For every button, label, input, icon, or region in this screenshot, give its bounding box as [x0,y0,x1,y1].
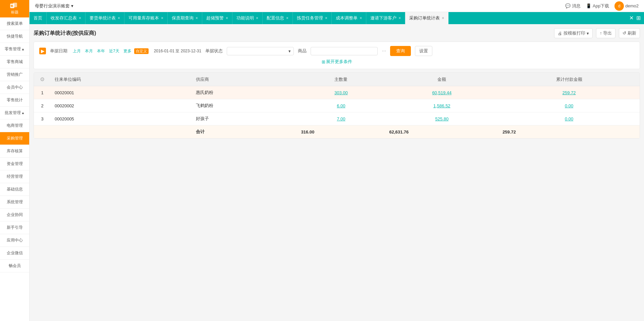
cell-quantity: 6.00 [297,99,385,112]
sidebar-item-retail-shop[interactable]: 零售商城 [0,56,29,68]
nav-tab-invite-downstream[interactable]: 邀请下游客户 × [366,12,405,24]
cell-paid-amount: 0.00 [498,99,640,112]
expand-tabs-btn[interactable]: ⊞ [636,15,641,21]
sidebar-item-vip[interactable]: 畅会员 [0,260,29,272]
message-icon: 💬 [565,3,571,8]
col-header-amount: 金额 [385,73,498,86]
filter-toggle-btn[interactable]: ▶ [39,48,46,54]
nav-tab-close-order-stats[interactable]: × [118,16,120,20]
sidebar-item-retail-stats[interactable]: 零售统计 [0,94,29,107]
sidebar-item-label-enterprise-wechat: 企业微信 [7,251,23,255]
sidebar-item-sys-mgmt[interactable]: 系统管理 [0,196,29,209]
cell-quantity: 303.00 [297,86,385,99]
sidebar-item-label-enterprise: 企业协同 [7,212,23,217]
sidebar-item-inventory[interactable]: 库存核算 [0,145,29,158]
nav-tab-overstock-warning[interactable]: 超储预警 × [202,12,232,24]
nav-tab-label-cost-adjust: 成本调整单 [336,15,358,21]
nav-tab-function-desc[interactable]: 功能说明 × [232,12,263,24]
user-avatar: d [614,1,624,11]
sidebar-item-app-center[interactable]: 应用中心 [0,234,29,247]
cell-unit-code: 00020001 [51,86,192,99]
sidebar-item-member[interactable]: 会员中心 [0,81,29,94]
refresh-btn[interactable]: ↺ 刷新 [619,28,640,38]
search-btn[interactable]: 查询 [390,46,411,56]
message-btn[interactable]: 💬 消息 [565,3,581,9]
sidebar-item-operations[interactable]: 经营管理 [0,170,29,183]
nav-tab-close-config-info[interactable]: × [286,16,288,20]
sidebar-item-basic-info[interactable]: 基础信息 [0,183,29,196]
table-row[interactable]: 2 00020002 飞鹤奶粉 6.00 1,586.52 0.00 [34,99,640,112]
sidebar-item-label-member: 会员中心 [7,85,23,90]
sidebar-item-marketing[interactable]: 营销推广 [0,68,29,81]
sidebar-item-wholesale[interactable]: 批发管理▲ [0,107,29,119]
cell-amount: 525.80 [385,112,498,125]
date-last-7-btn[interactable]: 近7天 [108,48,121,54]
date-custom-tag[interactable]: 自定义 [134,48,149,54]
sidebar-item-purchase[interactable]: 采购管理 [0,132,29,145]
nav-tab-label-batch-task: 拣货任务管理 [297,15,323,21]
sidebar-item-enterprise-wechat[interactable]: 企业微信 [0,247,29,260]
nav-tab-collect-pay[interactable]: 收发存汇总表 × [47,12,86,24]
sidebar-item-label-new-guide: 新手引导 [7,225,23,230]
nav-tab-order-stats[interactable]: 要货单统计表 × [86,12,124,24]
col-header-unit-code: 往来单位编码 [51,73,192,86]
nav-tab-close-inventory-ledger[interactable]: × [161,16,163,20]
sidebar-item-label-ecommerce: 电商管理 [7,123,23,128]
goods-filter-input[interactable] [311,47,378,55]
table-row[interactable]: 3 00020005 好孩子 7.00 525.80 0.00 [34,112,640,125]
nav-tab-close-collect-pay[interactable]: × [79,16,81,20]
nav-tab-batch-task[interactable]: 拣货任务管理 × [293,12,332,24]
username: demo2 [625,3,639,8]
nav-tab-close-expiry-query[interactable]: × [196,16,198,20]
col-header-quantity: 主数量 [297,73,385,86]
expand-more-btn[interactable]: ⊞ 展开更多条件 [322,59,352,65]
nav-tab-close-batch-task[interactable]: × [325,16,327,20]
nav-tab-expiry-query[interactable]: 保质期查询 × [168,12,202,24]
goods-filter-more-icon[interactable]: ··· [382,48,386,54]
nav-tab-home[interactable]: 首页 [30,12,47,24]
nav-tab-label-invite-downstream: 邀请下游客户 [370,15,396,21]
col-header-supplier: 供应商 [192,73,297,86]
main-area: 母婴行业演示账套 ▾ 💬 消息 📱 App下载 d demo2 首页收发存汇总表… [30,0,644,321]
table-footer-row: 合计 316.00 62,631.76 259.72 [34,125,640,139]
sidebar-item-finance[interactable]: 资金管理 [0,158,29,170]
nav-tab-cost-adjust[interactable]: 成本调整单 × [332,12,366,24]
date-more-btn[interactable]: 更多 [122,48,133,54]
date-this-month-btn[interactable]: 本月 [84,48,94,54]
nav-tab-purchase-stats[interactable]: 采购订单统计表 × [405,12,448,24]
cell-index: 1 [34,86,51,99]
goods-filter-label: 商品 [298,48,307,54]
nav-tab-close-purchase-stats[interactable]: × [442,16,444,20]
nav-tab-close-overstock-warning[interactable]: × [226,16,228,20]
sidebar-item-shortcut[interactable]: 快捷导航 [0,30,29,43]
nav-tab-config-info[interactable]: 配置信息 × [263,12,293,24]
date-this-year-btn[interactable]: 本年 [96,48,106,54]
table-row[interactable]: 1 00020001 惠氏奶粉 303.00 60,519.44 259.72 [34,86,640,99]
user-info[interactable]: d demo2 [614,1,639,11]
nav-tab-close-function-desc[interactable]: × [256,16,258,20]
nav-tab-close-invite-downstream[interactable]: × [398,16,401,20]
sidebar-item-new-guide[interactable]: 新手引导 [0,221,29,234]
nav-tab-close-cost-adjust[interactable]: × [360,16,362,20]
status-filter-select[interactable]: ▾ [227,47,294,55]
sidebar-item-enterprise[interactable]: 企业协同 [0,209,29,221]
date-last-month-btn[interactable]: 上月 [71,48,82,54]
template-print-btn[interactable]: 🖨 按模板打印 ▾ [554,28,593,38]
settings-btn[interactable]: 设置 [415,46,432,56]
top-bar: 母婴行业演示账套 ▾ 💬 消息 📱 App下载 d demo2 [30,0,644,12]
sidebar-item-retail[interactable]: 零售管理▲ [0,43,29,56]
date-range-display: 2016-01-01 至 2023-12-31 [154,49,201,53]
column-settings-icon[interactable]: ⚙ [40,76,45,82]
export-btn[interactable]: ↑ 导出 [596,28,615,38]
expand-icon: ⊞ [322,59,325,64]
sidebar-item-label-search: 搜索菜单 [7,21,23,26]
top-bar-right: 💬 消息 📱 App下载 d demo2 [565,1,639,11]
workspace-selector[interactable]: 母婴行业演示账套 ▾ [35,3,73,9]
close-all-tabs-btn[interactable]: ✕ [629,15,634,21]
sidebar-item-search[interactable]: 搜索菜单 [0,17,29,30]
sidebar-item-label-retail-stats: 零售统计 [7,98,23,102]
refresh-label: 刷新 [628,31,636,36]
nav-tab-inventory-ledger[interactable]: 可用量库存账本 × [124,12,168,24]
sidebar-item-ecommerce[interactable]: 电商管理 [0,119,29,132]
app-download-btn[interactable]: 📱 App下载 [586,3,609,9]
